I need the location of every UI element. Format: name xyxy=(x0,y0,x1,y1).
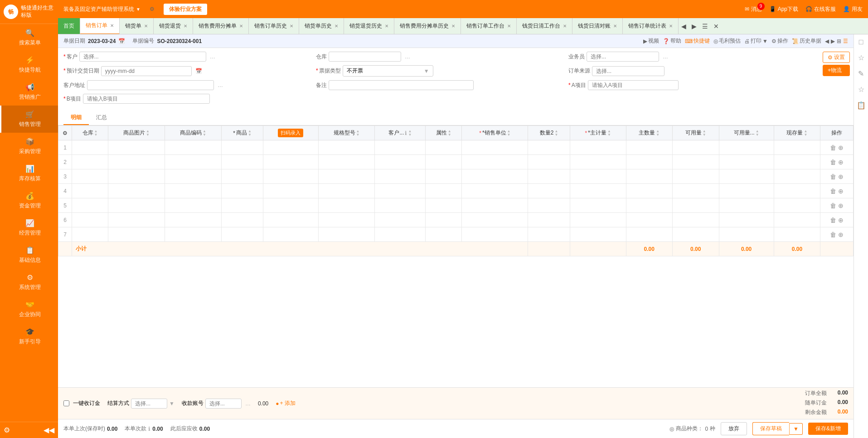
warehouse-more-icon[interactable]: … xyxy=(405,53,410,60)
row-5-avail-qty2[interactable] xyxy=(719,198,774,213)
row-5-unit[interactable] xyxy=(462,198,528,213)
row-2-stock[interactable] xyxy=(774,155,820,169)
row-6-code[interactable] xyxy=(165,213,221,227)
row-7-main-qty[interactable] xyxy=(626,227,672,242)
tab-close-daily-clear[interactable]: ✕ xyxy=(563,24,567,29)
th-scan[interactable]: 扫码录入 xyxy=(263,126,318,140)
warehouse-sort[interactable]: ▲▼ xyxy=(94,130,98,137)
code-sort[interactable]: ▲▼ xyxy=(203,130,206,137)
row-3-code[interactable] xyxy=(165,169,221,184)
row-5-avail-qty[interactable] xyxy=(673,198,719,213)
sidebar-item-sales[interactable]: 🛒 销售管理 xyxy=(0,106,58,133)
row-3-scan[interactable] xyxy=(263,169,318,184)
row-7-stock[interactable] xyxy=(774,227,820,242)
th-product[interactable]: * 商品 ▲▼ xyxy=(221,126,263,140)
save-draft-arrow-button[interactable]: ▼ xyxy=(789,423,803,435)
row-7-copy-icon[interactable]: ⊕ xyxy=(838,231,844,238)
save-draft-button[interactable]: 保存草稿 xyxy=(752,422,789,435)
save-new-button[interactable]: 保存&新增 xyxy=(808,423,848,435)
right-icon-3[interactable]: ✎ xyxy=(858,69,864,78)
tab-daily-clear-workbench[interactable]: 钱货日清工作台 ✕ xyxy=(517,18,572,34)
settings-gear-icon[interactable]: ⚙ xyxy=(146,6,158,12)
tab-detail[interactable]: 明细 xyxy=(63,111,89,125)
message-item[interactable]: ✉ 消息 9 xyxy=(745,5,762,13)
online-service-item[interactable]: 🎧 在线客服 xyxy=(805,5,836,13)
row-1-customer-code[interactable] xyxy=(375,140,426,155)
row-5-image[interactable] xyxy=(108,198,165,213)
sidebar-settings-icon[interactable]: ⚙ xyxy=(4,426,10,434)
row-4-main-qty[interactable] xyxy=(626,184,672,198)
add-button[interactable]: ● + 添加 xyxy=(276,399,296,407)
account-input[interactable] xyxy=(205,399,242,409)
row-5-delete-icon[interactable]: 🗑 xyxy=(830,202,836,209)
row-2-customer-code[interactable] xyxy=(375,155,426,169)
row-3-warehouse[interactable] xyxy=(72,169,108,184)
right-icon-2[interactable]: ☆ xyxy=(858,53,864,62)
account-more-icon[interactable]: … xyxy=(245,400,251,407)
tab-menu-btn[interactable]: ☰ xyxy=(699,18,711,34)
view-action[interactable]: ▶ 视频 xyxy=(643,37,659,45)
row-3-avail-qty2[interactable] xyxy=(719,169,774,184)
material-button[interactable]: +物流 xyxy=(823,65,850,76)
row-3-copy-icon[interactable]: ⊕ xyxy=(838,173,844,180)
sidebar-item-finance[interactable]: 💰 资金管理 xyxy=(0,187,58,214)
tab-sales-order[interactable]: 销售订单 ✕ xyxy=(80,18,120,34)
tab-close-stats[interactable]: ✕ xyxy=(669,24,673,29)
sidebar-item-marketing[interactable]: 📢 营销推广 xyxy=(0,78,58,106)
row-7-qty2[interactable] xyxy=(528,227,570,242)
print-arrow[interactable]: ▼ xyxy=(762,38,768,44)
row-5-main-qty[interactable] xyxy=(626,198,672,213)
sidebar-item-system[interactable]: ⚙ 系统管理 xyxy=(0,269,58,296)
sidebar-item-purchase[interactable]: 📦 采购管理 xyxy=(0,133,58,160)
th-customer-code[interactable]: 客户... ℹ ▲▼ xyxy=(375,126,426,140)
th-avail-qty[interactable]: 可用量 ▲▼ xyxy=(673,126,719,140)
tab-close-sales-return[interactable]: ✕ xyxy=(184,24,187,29)
tab-close-all-btn[interactable]: ✕ xyxy=(711,18,722,34)
image-sort[interactable]: ▲▼ xyxy=(146,130,150,137)
row-1-product[interactable] xyxy=(221,140,263,155)
main-qty-sort[interactable]: ▲▼ xyxy=(656,130,659,137)
spec-sort[interactable]: ▲▼ xyxy=(356,130,360,137)
row-7-customer-code[interactable] xyxy=(375,227,426,242)
avail-qty2-sort[interactable]: ▲▼ xyxy=(756,130,759,137)
row-5-scan[interactable] xyxy=(263,198,318,213)
address-more-icon[interactable]: … xyxy=(218,82,223,88)
row-5-product[interactable] xyxy=(221,198,263,213)
th-spec[interactable]: 规格型号 ▲▼ xyxy=(318,126,375,140)
row-1-main-qty[interactable] xyxy=(626,140,672,155)
print-action[interactable]: 🖨 打印 ▼ xyxy=(744,37,768,45)
row-6-attr[interactable] xyxy=(426,213,462,227)
row-4-attr[interactable] xyxy=(426,184,462,198)
tab-sales-workbench[interactable]: 销售订单工作台 ✕ xyxy=(461,18,517,34)
grid-view-icon[interactable]: ⊞ xyxy=(837,38,841,44)
tab-close-return-history[interactable]: ✕ xyxy=(385,24,388,29)
sidebar-item-base-info[interactable]: 📋 基础信息 xyxy=(0,241,58,269)
row-2-copy-icon[interactable]: ⊕ xyxy=(838,159,844,166)
row-5-code[interactable] xyxy=(165,198,221,213)
sidebar-item-inventory[interactable]: 📊 库存核算 xyxy=(0,160,58,187)
tab-close-sales-slip[interactable]: ✕ xyxy=(144,24,148,29)
right-icon-5[interactable]: 📋 xyxy=(857,101,866,110)
setting-button[interactable]: ⚙ 设置 xyxy=(823,52,850,63)
row-7-product[interactable] xyxy=(221,227,263,242)
row-3-main-qty[interactable] xyxy=(626,169,672,184)
app-download-item[interactable]: 📱 App下载 xyxy=(769,5,798,13)
a-project-input[interactable] xyxy=(588,80,679,90)
tab-fee-split-history[interactable]: 销售费用分摊单历史 ✕ xyxy=(394,18,461,34)
row-2-main-qty[interactable] xyxy=(626,155,672,169)
th-warehouse[interactable]: 仓库 ▲▼ xyxy=(72,126,108,140)
row-3-attr[interactable] xyxy=(426,169,462,184)
order-source-input[interactable] xyxy=(592,66,664,76)
list-view-icon[interactable]: ☰ xyxy=(843,38,848,44)
row-7-avail-qty[interactable] xyxy=(673,227,719,242)
row-3-stock[interactable] xyxy=(774,169,820,184)
sidebar-item-enterprise[interactable]: 🤝 企业协同 xyxy=(0,296,58,323)
row-4-warehouse[interactable] xyxy=(72,184,108,198)
row-4-image[interactable] xyxy=(108,184,165,198)
row-4-main-unit[interactable] xyxy=(570,184,626,198)
customer-more-icon[interactable]: … xyxy=(210,53,215,60)
solution-button[interactable]: 体验行业方案 xyxy=(164,4,207,15)
row-1-main-unit[interactable] xyxy=(570,140,626,155)
th-code[interactable]: 商品编码 ▲▼ xyxy=(165,126,221,140)
row-7-avail-qty2[interactable] xyxy=(719,227,774,242)
